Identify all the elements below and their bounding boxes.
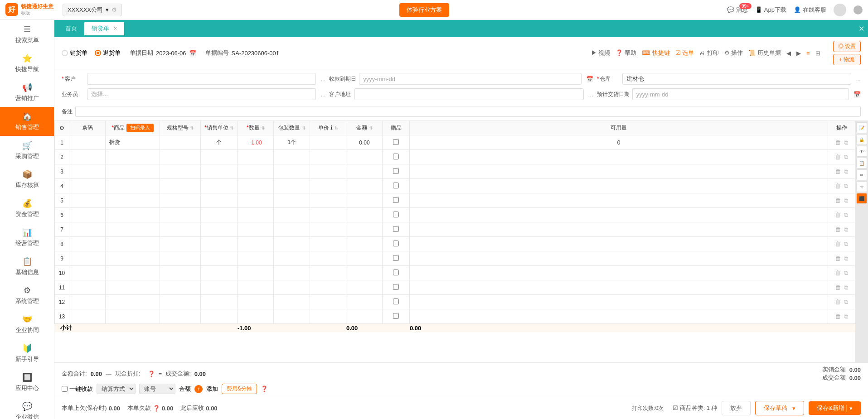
app-download-btn[interactable]: 📱 App下载	[755, 6, 786, 14]
row-unit-11[interactable]	[201, 295, 238, 309]
row-pkg-qty-12[interactable]	[274, 309, 310, 324]
row-amount-8[interactable]	[346, 251, 383, 266]
sidebar-item-search[interactable]: ☰ 搜索菜单	[0, 20, 54, 49]
row-qty-9[interactable]	[238, 266, 274, 280]
save-new-chevron[interactable]: ▾	[846, 405, 853, 412]
tab-sales-order[interactable]: 销货单 ×	[84, 22, 124, 35]
row-amount-12[interactable]	[346, 309, 383, 324]
row-barcode-8[interactable]	[69, 251, 106, 266]
sidebar-item-marketing[interactable]: 📢 营销推广	[0, 78, 54, 107]
avatar2[interactable]	[853, 5, 863, 14]
radio-sales[interactable]: 销货单	[62, 49, 87, 57]
save-draft-chevron[interactable]: ▾	[789, 405, 795, 412]
setting-button[interactable]: ◎ 设置	[833, 41, 861, 52]
sidebar-item-enterprise[interactable]: 🤝 企业协同	[0, 310, 54, 339]
row-qty-7[interactable]	[238, 237, 274, 251]
row-qty-11[interactable]	[238, 295, 274, 309]
row-amount-11[interactable]	[346, 295, 383, 309]
date-calendar-icon[interactable]: 📅	[189, 50, 196, 57]
row-price-0[interactable]	[310, 135, 346, 150]
row-spec-12[interactable]	[160, 309, 201, 324]
row-gift-12[interactable]	[383, 309, 410, 324]
discard-button[interactable]: 放弃	[722, 401, 751, 415]
tab-close-icon[interactable]: ×	[114, 25, 117, 32]
sidebar-item-sales[interactable]: 🏠 销售管理	[0, 107, 54, 136]
nav-prev-icon[interactable]: ◀	[786, 50, 791, 57]
row-copy-icon[interactable]: ⧉	[844, 284, 848, 291]
settings-icon[interactable]: ⚙	[112, 6, 117, 13]
row-gift-9[interactable]	[383, 266, 410, 280]
row-amount-7[interactable]	[346, 237, 383, 251]
sidebar-item-basics[interactable]: 📋 基础信息	[0, 252, 54, 281]
row-gift-5[interactable]	[383, 208, 410, 222]
customer-input[interactable]	[87, 73, 316, 85]
row-product-1[interactable]	[106, 150, 160, 164]
row-amount-6[interactable]	[346, 222, 383, 237]
sidebar-item-finance[interactable]: 💰 资金管理	[0, 194, 54, 223]
row-copy-icon[interactable]: ⧉	[844, 226, 848, 233]
fee-btn[interactable]: 费用&分摊	[222, 384, 257, 394]
row-barcode-5[interactable]	[69, 208, 106, 222]
right-btn-1[interactable]: 📝	[856, 122, 867, 133]
row-gift-0[interactable]	[383, 135, 410, 150]
row-pkg-qty-5[interactable]	[274, 208, 310, 222]
row-barcode-6[interactable]	[69, 222, 106, 237]
row-amount-2[interactable]	[346, 164, 383, 179]
row-price-4[interactable]	[310, 193, 346, 208]
row-price-5[interactable]	[310, 208, 346, 222]
view-list-icon[interactable]: ≡	[806, 50, 810, 57]
shortcut-btn[interactable]: ⌨ 快捷键	[642, 49, 670, 57]
row-delete-icon[interactable]: 🗑	[835, 270, 841, 276]
row-product-9[interactable]	[106, 266, 160, 280]
row-spec-2[interactable]	[160, 164, 201, 179]
row-price-9[interactable]	[310, 266, 346, 280]
row-barcode-11[interactable]	[69, 295, 106, 309]
row-pkg-qty-4[interactable]	[274, 193, 310, 208]
row-delete-icon[interactable]: 🗑	[835, 183, 841, 189]
row-unit-1[interactable]	[201, 150, 238, 164]
sidebar-item-purchase[interactable]: 🛒 采购管理	[0, 136, 54, 165]
row-copy-icon[interactable]: ⧉	[844, 313, 848, 320]
row-unit-7[interactable]	[201, 237, 238, 251]
row-unit-0[interactable]: 个	[201, 135, 238, 150]
row-qty-2[interactable]	[238, 164, 274, 179]
row-delete-icon[interactable]: 🗑	[835, 284, 841, 291]
row-unit-8[interactable]	[201, 251, 238, 266]
row-gift-2[interactable]	[383, 164, 410, 179]
row-amount-5[interactable]	[346, 208, 383, 222]
row-delete-icon[interactable]: 🗑	[835, 299, 841, 305]
row-pkg-qty-2[interactable]	[274, 164, 310, 179]
row-amount-0[interactable]: 0.00	[346, 135, 383, 150]
row-copy-icon[interactable]: ⧉	[844, 168, 848, 175]
row-gift-8[interactable]	[383, 251, 410, 266]
row-copy-icon[interactable]: ⧉	[844, 154, 848, 160]
customer-address-input[interactable]	[354, 88, 583, 100]
row-delete-icon[interactable]: 🗑	[835, 154, 841, 160]
col-settings[interactable]: ⚙	[55, 121, 69, 135]
row-copy-icon[interactable]: ⧉	[844, 212, 848, 218]
tab-home[interactable]: 首页	[58, 22, 84, 35]
row-price-1[interactable]	[310, 150, 346, 164]
row-spec-6[interactable]	[160, 222, 201, 237]
row-delete-icon[interactable]: 🗑	[835, 226, 841, 233]
payment-checkbox[interactable]: 一键收款	[62, 385, 93, 393]
row-product-11[interactable]	[106, 295, 160, 309]
row-gift-1[interactable]	[383, 150, 410, 164]
due-date-input[interactable]: yyyy-mm-dd	[359, 73, 581, 85]
sidebar-item-operations[interactable]: 📊 经营管理	[0, 223, 54, 252]
sidebar-item-system[interactable]: ⚙ 系统管理	[0, 281, 54, 310]
row-copy-icon[interactable]: ⧉	[844, 255, 848, 262]
row-qty-5[interactable]	[238, 208, 274, 222]
customer-ellipsis[interactable]: ...	[320, 76, 325, 82]
salesman-input[interactable]: 选择...	[87, 88, 316, 100]
row-qty-0[interactable]: -1.00	[238, 135, 274, 150]
row-unit-5[interactable]	[201, 208, 238, 222]
due-date-calendar-icon[interactable]: 📅	[586, 76, 593, 82]
row-product-5[interactable]	[106, 208, 160, 222]
row-unit-9[interactable]	[201, 266, 238, 280]
note-input[interactable]	[75, 106, 861, 117]
row-qty-1[interactable]	[238, 150, 274, 164]
print-btn[interactable]: 🖨 打印	[699, 49, 719, 57]
right-btn-4[interactable]: 📋	[856, 158, 867, 169]
save-new-button[interactable]: 保存&新增 ▾	[809, 401, 861, 415]
